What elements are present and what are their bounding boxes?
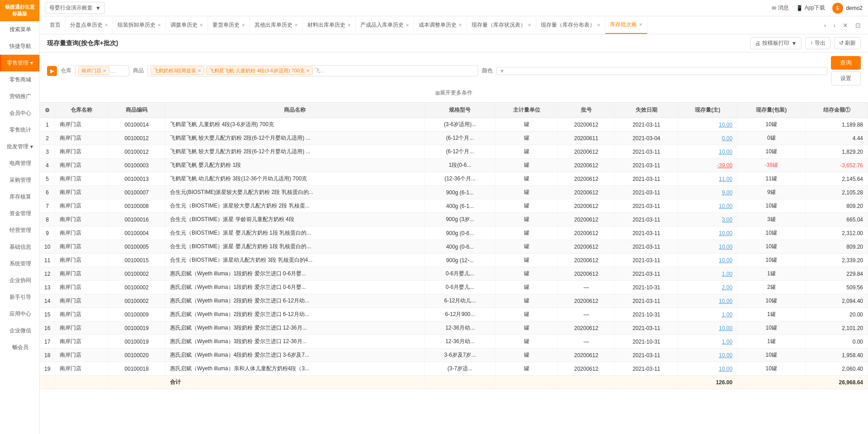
tab-4[interactable]: 要货单历史✕ — [208, 16, 250, 34]
warehouse-more[interactable]: ... — [111, 68, 116, 74]
tab-close-11[interactable]: ✕ — [639, 22, 642, 27]
tab-8[interactable]: 成本调整单历史✕ — [414, 16, 467, 34]
cell-6-8[interactable]: 10.00 — [678, 199, 737, 213]
cell-16-7: 2021-10-31 — [615, 335, 678, 349]
tab-fullscreen-arrow[interactable]: ⊡ — [854, 21, 863, 30]
col-header-5: 主计量单位 — [495, 103, 558, 118]
cell-1-5: 罐 — [495, 132, 558, 145]
cell-14-8[interactable]: 1.00 — [678, 308, 737, 321]
cell-16-8[interactable]: 1.00 — [678, 335, 737, 349]
tab-10[interactable]: 现存量（库存分布表）✕ — [536, 16, 605, 34]
cell-15-8[interactable]: 10.00 — [678, 321, 737, 335]
sidebar-item-采购管理[interactable]: 采购管理 — [0, 172, 39, 189]
product-tag-remove-0[interactable]: ✕ — [198, 68, 201, 73]
sidebar-item-企业微信[interactable]: 企业微信 — [0, 322, 39, 339]
product-tags-more[interactable]: 飞... — [315, 67, 325, 75]
settings-icon[interactable]: ⚙ — [45, 107, 50, 113]
warehouse-filter-input[interactable]: 南岸门店 ✕ ... — [75, 65, 129, 76]
sidebar-item-基础信息[interactable]: 基础信息 — [0, 239, 39, 255]
tab-prev-arrow[interactable]: ‹ — [822, 21, 828, 30]
sidebar-item-经营管理[interactable]: 经营管理 — [0, 222, 39, 239]
tab-next-arrow[interactable]: › — [831, 21, 837, 30]
cell-17-8[interactable]: 10.00 — [678, 349, 737, 362]
warehouse-tag-remove[interactable]: ✕ — [103, 68, 106, 73]
cell-0-8[interactable]: 10.00 — [678, 118, 737, 132]
sidebar-item-批发管理[interactable]: 批发管理 ▼ — [0, 138, 39, 155]
sidebar-item-零售商城[interactable]: 零售商城 — [0, 71, 39, 88]
tab-close-3[interactable]: ✕ — [199, 23, 203, 28]
filter-expand-button[interactable]: ▶ — [47, 66, 57, 76]
cell-4-8[interactable]: 11.00 — [678, 172, 737, 186]
cell-3-8[interactable]: -39.00 — [678, 159, 737, 172]
cell-11-7: 2021-03-11 — [615, 267, 678, 281]
cell-9-5: 罐 — [495, 240, 558, 254]
sidebar-item-零售管理[interactable]: 零售管理 ▼ — [0, 55, 39, 71]
cell-8-8[interactable]: 10.00 — [678, 226, 737, 240]
tab-close-2[interactable]: ✕ — [157, 23, 161, 28]
cell-12-5: 罐 — [495, 281, 558, 294]
tab-close-6[interactable]: ✕ — [347, 23, 351, 28]
app-download-button[interactable]: 📱 App下载 — [796, 4, 825, 12]
user-name[interactable]: demo2 — [846, 5, 863, 11]
sidebar-item-应用中心[interactable]: 应用中心 — [0, 306, 39, 322]
sidebar-item-搜索菜单[interactable]: 搜索菜单 — [0, 21, 39, 38]
cell-9-8[interactable]: 10.00 — [678, 240, 737, 254]
sidebar-item-库存核算[interactable]: 库存核算 — [0, 189, 39, 205]
tab-9[interactable]: 现存量（库存状况表）✕ — [467, 16, 536, 34]
cell-10-8[interactable]: 10.00 — [678, 254, 737, 267]
tab-close-9[interactable]: ✕ — [528, 23, 531, 28]
tab-close-8[interactable]: ✕ — [458, 23, 462, 28]
cell-7-8[interactable]: 3.00 — [678, 213, 737, 226]
tab-11[interactable]: 库存批次账✕ — [605, 16, 647, 34]
cell-18-8[interactable]: 10.00 — [678, 362, 737, 376]
sidebar-item-畅会员[interactable]: 畅会员 — [0, 339, 39, 356]
sidebar-item-电商管理[interactable]: 电商管理 — [0, 155, 39, 172]
refresh-button[interactable]: ↺ 刷新 — [834, 37, 861, 49]
sidebar-item-企业协同[interactable]: 企业协同 — [0, 272, 39, 289]
tab-close-5[interactable]: ✕ — [294, 23, 298, 28]
cell-13-8[interactable]: 10.00 — [678, 294, 737, 308]
query-button[interactable]: 查询 — [831, 56, 861, 70]
cell-5-10: 2,105.28 — [806, 186, 868, 199]
sidebar-item-营销推广[interactable]: 营销推广 — [0, 88, 39, 105]
tab-3[interactable]: 调拨单历史✕ — [166, 16, 208, 34]
cell-18-4: (3-7岁适... — [425, 362, 495, 376]
cell-11-8[interactable]: 1.00 — [678, 267, 737, 281]
expand-more-button[interactable]: ⊞ 展开更多条件 — [47, 87, 861, 99]
dropdown-arrow: ▼ — [95, 5, 101, 11]
product-tag-remove-1[interactable]: ✕ — [306, 68, 310, 73]
tab-0[interactable]: 首页 — [45, 16, 66, 34]
tab-6[interactable]: 材料出库单历史✕ — [303, 16, 356, 34]
settings-button[interactable]: 设置 — [831, 71, 861, 85]
sidebar-item-资金管理[interactable]: 资金管理 — [0, 205, 39, 222]
account-selector[interactable]: 母婴行业演示账套 ▼ — [45, 2, 105, 14]
tab-close-10[interactable]: ✕ — [597, 23, 600, 28]
export-button[interactable]: ↑ 导出 — [805, 37, 830, 49]
tab-close-1[interactable]: ✕ — [104, 23, 108, 28]
cell-6-0: 7 — [40, 199, 55, 213]
sidebar-item-系统管理[interactable]: 系统管理 — [0, 255, 39, 272]
tab-label-8: 成本调整单历史 — [419, 21, 457, 29]
color-filter-input[interactable]: ▼ — [496, 67, 827, 75]
sidebar-item-新手引导[interactable]: 新手引导 — [0, 289, 39, 306]
cell-12-8[interactable]: 2.00 — [678, 281, 737, 294]
tab-1[interactable]: 分盘点单历史✕ — [66, 16, 113, 34]
tab-close-4[interactable]: ✕ — [241, 23, 245, 28]
sidebar-item-零售统计[interactable]: 零售统计 — [0, 122, 39, 138]
tab-2[interactable]: 组装拆卸单历史✕ — [113, 16, 166, 34]
footer-cell-4 — [425, 376, 495, 389]
template-print-button[interactable]: 🖨 按模板打印 ▼ — [750, 37, 802, 49]
cell-0-10: 1,189.88 — [806, 118, 868, 132]
tab-close-arrow[interactable]: ✕ — [841, 21, 850, 30]
cell-16-0: 17 — [40, 335, 55, 349]
sidebar-item-会员中心[interactable]: 会员中心 — [0, 105, 39, 122]
cell-2-8[interactable]: 10.00 — [678, 145, 737, 159]
cell-1-8[interactable]: 0.00 — [678, 132, 737, 145]
tab-close-7[interactable]: ✕ — [406, 23, 409, 28]
product-filter-input[interactable]: 飞鹤奶粉3段两提装✕飞鹤星飞帆 儿童奶粉 4段(3-6岁适用) 700克✕飞..… — [147, 65, 478, 76]
tab-7[interactable]: 产成品入库单历史✕ — [356, 16, 414, 34]
sidebar-item-快捷导航[interactable]: 快捷导航 — [0, 38, 39, 55]
tab-5[interactable]: 其他出库单历史✕ — [250, 16, 303, 34]
message-button[interactable]: ✉ 消息 — [772, 4, 789, 12]
cell-5-8[interactable]: 9.00 — [678, 186, 737, 199]
